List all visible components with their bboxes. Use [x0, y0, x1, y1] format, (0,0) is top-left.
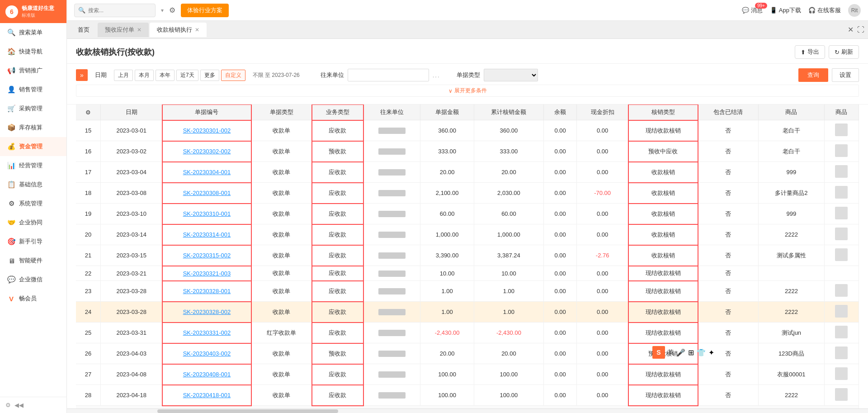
doc-no-link[interactable]: SK-20230408-001 [183, 371, 231, 378]
sidebar-item-guide[interactable]: 🎯 新手引导 [0, 232, 66, 251]
sidebar-item-operation[interactable]: 📊 经营管理 [0, 156, 66, 175]
cell-goods: 多计量商品2 [759, 183, 824, 204]
table-container: ⚙ 日期 单据编号 单据类型 业务类型 往来单位 单据金额 累计核销金额 余额 … [67, 104, 868, 408]
solution-button[interactable]: 体验行业方案 [181, 4, 229, 17]
sidebar-item-quicknav[interactable]: 🏠 快捷导航 [0, 42, 66, 61]
table-body: 15 2023-03-01 SK-20230301-002 收款单 应收款 36… [76, 120, 859, 406]
cell-accumulated: 1.00 [474, 302, 543, 323]
export-button[interactable]: ⬆ 导出 [795, 45, 825, 59]
th-balance[interactable]: 余额 [544, 104, 577, 120]
query-button[interactable]: 查询 [798, 68, 828, 82]
doc-no-link[interactable]: SK-20230403-002 [183, 350, 231, 357]
user-avatar[interactable]: Rit [848, 4, 861, 17]
tab-prepay[interactable]: 预收应付单 ✕ [98, 23, 149, 37]
home-icon: 🏠 [7, 47, 15, 56]
th-biz-type[interactable]: 业务类型 [312, 104, 363, 120]
topbar-search[interactable]: 🔍 [74, 4, 156, 17]
doc-no-link[interactable]: SK-20230331-002 [183, 329, 231, 336]
tab-home[interactable]: 首页 [71, 23, 97, 37]
sidebar-item-search[interactable]: 🔍 搜索菜单 [0, 23, 66, 42]
th-gear[interactable]: ⚙ [76, 104, 100, 120]
sidebar-item-inventory[interactable]: 📦 库存核算 [0, 118, 66, 137]
date-filter-buttons: 上月 本月 本年 近7天 更多 自定义 [114, 70, 245, 81]
doc-no-link[interactable]: SK-20230321-003 [183, 270, 231, 277]
sidebar-item-system[interactable]: ⚙ 系统管理 [0, 194, 66, 213]
th-doc-no[interactable]: 单据编号 [162, 104, 251, 120]
cell-doc-no: SK-20230304-001 [162, 162, 251, 183]
th-partner[interactable]: 往来单位 [363, 104, 420, 120]
table-scrollbar[interactable] [67, 408, 868, 413]
doc-no-link[interactable]: SK-20230308-001 [183, 190, 231, 196]
doc-no-link[interactable]: SK-20230314-001 [183, 231, 231, 238]
sidebar-item-member[interactable]: V 畅会员 [0, 289, 66, 308]
doc-no-link[interactable]: SK-20230301-002 [183, 127, 231, 134]
sidebar-item-corp[interactable]: 🤝 企业协同 [0, 213, 66, 232]
th-include-settled[interactable]: 包含已结清 [698, 104, 759, 120]
cell-goods-img [824, 204, 859, 224]
sidebar-item-hardware[interactable]: 🖥 智能硬件 [0, 251, 66, 270]
doc-no-link[interactable]: SK-20230302-002 [183, 148, 231, 155]
th-date[interactable]: 日期 [100, 104, 162, 120]
topbar-gear-icon[interactable]: ⚙ [169, 6, 175, 14]
online-service-button[interactable]: 🎧 在线客服 [808, 6, 841, 14]
sidebar-item-sales[interactable]: 👤 销售管理 [0, 80, 66, 99]
cell-seq: 19 [76, 204, 100, 224]
custom-date-button[interactable]: 自定义 [221, 70, 245, 81]
doc-no-link[interactable]: SK-20230328-002 [183, 309, 231, 315]
doc-no-link[interactable]: SK-20230315-002 [183, 252, 231, 259]
cell-accumulated: 360.00 [474, 120, 543, 141]
sidebar-item-marketing[interactable]: 📢 营销推广 [0, 61, 66, 80]
th-goods[interactable]: 商品 [759, 104, 824, 120]
hardware-icon: 🖥 [7, 256, 15, 265]
cell-accumulated: -2,430.00 [474, 323, 543, 343]
tab-close-all-button[interactable]: ✕ [848, 25, 854, 34]
th-accumulated[interactable]: 累计核销金额 [474, 104, 543, 120]
th-cash-discount[interactable]: 现金折扣 [577, 104, 628, 120]
filter-settings-button[interactable]: 设置 [832, 68, 859, 82]
th-goods-img[interactable]: 商品 [824, 104, 859, 120]
cell-verify-type: 现结收款核销 [628, 302, 698, 323]
doc-no-link[interactable]: SK-20230310-001 [183, 210, 231, 217]
topbar-search-input[interactable] [88, 7, 142, 14]
this-year-button[interactable]: 本年 [156, 70, 175, 81]
scrollbar-thumb[interactable] [157, 409, 338, 413]
last-month-button[interactable]: 上月 [114, 70, 133, 81]
th-amount[interactable]: 单据金额 [420, 104, 474, 120]
cell-include-settled: 否 [698, 323, 759, 343]
tab-prepay-close[interactable]: ✕ [137, 27, 142, 33]
sidebar-item-basic[interactable]: 📋 基础信息 [0, 175, 66, 194]
goods-thumbnail [835, 165, 848, 178]
sidebar-item-purchase[interactable]: 🛒 采购管理 [0, 99, 66, 118]
refresh-button[interactable]: ↻ 刷新 [829, 45, 859, 59]
th-verify-type[interactable]: 核销类型 [628, 104, 698, 120]
partner-input[interactable] [348, 69, 429, 81]
this-month-button[interactable]: 本月 [135, 70, 154, 81]
partner-value [378, 288, 406, 294]
cell-doc-type: 收款单 [251, 281, 312, 302]
tab-collection-close[interactable]: ✕ [195, 27, 199, 33]
doc-type-select[interactable] [484, 69, 538, 81]
tab-collection[interactable]: 收款核销执行 ✕ [150, 23, 207, 37]
app-download-button[interactable]: 📱 App下载 [770, 6, 801, 14]
collapse-icon[interactable]: ◀◀ [14, 402, 24, 408]
last-7days-button[interactable]: 近7天 [176, 70, 198, 81]
topbar-chevron-icon[interactable]: ▾ [161, 7, 164, 14]
sidebar-item-wechat[interactable]: 💬 企业微信 [0, 270, 66, 289]
settings-icon[interactable]: ⚙ [5, 402, 11, 408]
message-button[interactable]: 💬 消息 99+ [742, 6, 763, 14]
tab-expand-button[interactable]: ⛶ [857, 25, 864, 34]
goods-thumbnail [835, 186, 848, 199]
doc-no-link[interactable]: SK-20230418-001 [183, 392, 231, 399]
more-date-button[interactable]: 更多 [200, 70, 219, 81]
th-doc-type[interactable]: 单据类型 [251, 104, 312, 120]
cell-balance: 0.00 [544, 323, 577, 343]
cell-partner [363, 120, 420, 141]
doc-no-link[interactable]: SK-20230328-001 [183, 288, 231, 294]
cell-doc-no: SK-20230308-001 [162, 183, 251, 204]
filter-expand-button[interactable]: » [76, 69, 88, 81]
sidebar-item-finance[interactable]: 💰 资金管理 [0, 137, 66, 156]
expand-more-button[interactable]: ∨ 展开更多条件 [76, 85, 859, 97]
doc-no-link[interactable]: SK-20230304-001 [183, 169, 231, 176]
goods-thumbnail [835, 248, 848, 261]
cell-cash-discount: -2.76 [577, 245, 628, 266]
